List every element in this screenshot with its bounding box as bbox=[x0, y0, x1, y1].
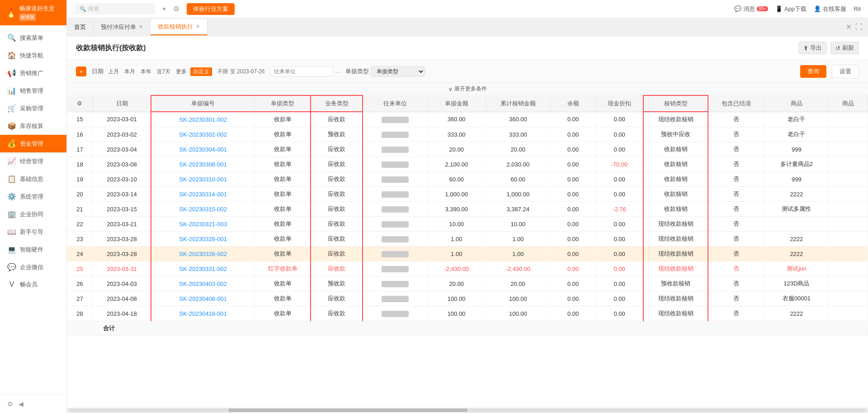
refresh-button[interactable]: ↺ 刷新 bbox=[830, 42, 859, 54]
cell-order-type: 收款单 bbox=[255, 217, 311, 232]
cell-biz-type: 应收款 bbox=[311, 112, 363, 127]
search-placeholder: 搜索 bbox=[88, 5, 99, 13]
cell-order-no-link[interactable]: SK-20230408-001 bbox=[179, 295, 227, 302]
cell-include-settled: 否 bbox=[708, 142, 764, 157]
user-label: Rit bbox=[854, 5, 861, 12]
horizontal-scrollbar[interactable] bbox=[67, 408, 868, 413]
industry-solution-button[interactable]: 体验行业方案 bbox=[187, 3, 235, 15]
sidebar-item-marketing[interactable]: 📢 营销推广 bbox=[0, 64, 66, 82]
sidebar-label-basic: 基础信息 bbox=[20, 175, 43, 183]
cell-order-no-link[interactable]: SK-20230321-003 bbox=[179, 221, 227, 228]
cell-discount: 0.00 bbox=[596, 276, 643, 291]
settings-button[interactable]: 设置 bbox=[832, 65, 859, 78]
cell-order-no-link[interactable]: SK-20230301-002 bbox=[179, 116, 227, 123]
filter-date-custom-btn[interactable]: 自定义 bbox=[190, 67, 212, 76]
tab-receivable[interactable]: 收款核销执行 ✕ bbox=[151, 19, 208, 35]
topbar-search[interactable]: 🔍 搜索 bbox=[74, 3, 156, 14]
cell-order-type: 收款单 bbox=[255, 291, 311, 306]
cell-order-no-link[interactable]: SK-20230314-001 bbox=[179, 191, 227, 198]
sidebar-item-sales[interactable]: 📊 销售管理 bbox=[0, 82, 66, 100]
filter-partner-input[interactable] bbox=[270, 66, 333, 76]
data-table-container[interactable]: ⚙ 日期 单据编号 单据类型 业务类型 往来单位 单据金额 累计核销金额 余额 … bbox=[67, 95, 868, 408]
cell-order-no-link[interactable]: SK-20230328-001 bbox=[179, 236, 227, 242]
sidebar-label-member: 畅会员 bbox=[20, 280, 38, 289]
cell-order-no-link[interactable]: SK-20230304-001 bbox=[179, 146, 227, 153]
cell-date: 2023-03-28 bbox=[93, 247, 151, 261]
home-icon: 🏠 bbox=[7, 51, 16, 60]
sidebar-item-guide[interactable]: 📖 新手引导 bbox=[0, 223, 66, 241]
cell-order-no-link[interactable]: SK-20230331-002 bbox=[179, 266, 227, 272]
th-settings[interactable]: ⚙ bbox=[67, 95, 93, 112]
topbar-app-download[interactable]: 📱 App下载 bbox=[775, 5, 807, 13]
scrollbar-track[interactable] bbox=[69, 408, 866, 412]
cell-cumulative: 360.00 bbox=[486, 112, 550, 127]
sidebar-item-quicknav[interactable]: 🏠 快捷导航 bbox=[0, 47, 66, 64]
tab-maximize-btn[interactable]: ⛶ bbox=[855, 23, 863, 31]
sidebar-item-purchase[interactable]: 🛒 采购管理 bbox=[0, 100, 66, 117]
refresh-label: 刷新 bbox=[842, 44, 854, 52]
sidebar-item-member[interactable]: V 畅会员 bbox=[0, 276, 66, 293]
topbar-user[interactable]: Rit bbox=[854, 5, 861, 12]
tabbar-actions: ✕ ⛶ bbox=[846, 23, 868, 31]
cell-partner bbox=[363, 142, 427, 157]
settings-column-icon[interactable]: ⚙ bbox=[77, 100, 82, 107]
cell-order-no-link[interactable]: SK-20230308-001 bbox=[179, 161, 227, 168]
cell-partner bbox=[363, 291, 427, 306]
filter-date-last-month[interactable]: 上月 bbox=[106, 67, 121, 76]
tab-home[interactable]: 首页 bbox=[67, 19, 94, 35]
export-button[interactable]: ⬆ 导出 bbox=[798, 42, 827, 54]
cell-product2 bbox=[829, 202, 868, 217]
cell-amount: 20.00 bbox=[427, 142, 486, 157]
filter-date-7days[interactable]: 近7天 bbox=[155, 67, 173, 76]
table-row: 252023-03-31SK-20230331-002红字收款单应收款-2,43… bbox=[67, 261, 868, 276]
sidebar-item-search[interactable]: 🔍 搜索菜单 bbox=[0, 29, 66, 47]
export-label: 导出 bbox=[810, 44, 822, 52]
filter-date-this-month[interactable]: 本月 bbox=[123, 67, 137, 76]
cell-order-no-link[interactable]: SK-20230310-001 bbox=[179, 176, 227, 183]
sidebar-item-wechat[interactable]: 💬 企业微信 bbox=[0, 258, 66, 276]
cell-amount: 1.00 bbox=[427, 232, 486, 247]
expand-conditions-button[interactable]: ∨ 展开更多条件 bbox=[448, 85, 487, 93]
sidebar-item-inventory[interactable]: 📦 库存核算 bbox=[0, 117, 66, 135]
filter-partner-dots[interactable]: ··· bbox=[335, 68, 340, 75]
cell-order-no-link[interactable]: SK-20230328-002 bbox=[179, 251, 227, 257]
cell-balance: 0.00 bbox=[550, 172, 595, 187]
filter-order-type-select[interactable]: 单据类型 bbox=[371, 66, 425, 77]
sidebar-item-basic[interactable]: 📋 基础信息 bbox=[0, 170, 66, 188]
tab-receivable-label: 收款核销执行 bbox=[158, 23, 193, 31]
topbar-message[interactable]: 💬 消息 99+ bbox=[734, 5, 768, 13]
tab-payable-close[interactable]: ✕ bbox=[139, 24, 143, 30]
cell-order-no-link[interactable]: SK-20230315-002 bbox=[179, 206, 227, 213]
sidebar-item-operations[interactable]: 📈 经营管理 bbox=[0, 152, 66, 170]
basic-icon: 📋 bbox=[7, 175, 16, 183]
query-button[interactable]: 查询 bbox=[800, 65, 826, 78]
sidebar-collapse-btn[interactable]: ◀ bbox=[19, 400, 24, 408]
tab-close-all-btn[interactable]: ✕ bbox=[846, 23, 852, 31]
filter-expand-button[interactable]: » bbox=[76, 66, 86, 76]
sidebar-item-system[interactable]: ⚙️ 系统管理 bbox=[0, 188, 66, 205]
topbar-dropdown-icon[interactable]: ▾ bbox=[163, 5, 166, 12]
finance-icon: 💰 bbox=[7, 139, 16, 148]
scrollbar-thumb[interactable] bbox=[228, 408, 467, 412]
cell-date: 2023-03-28 bbox=[93, 232, 151, 247]
cell-date: 2023-03-10 bbox=[93, 172, 151, 187]
topbar-settings-icon[interactable]: ⚙ bbox=[173, 5, 179, 13]
message-label: 消息 bbox=[743, 5, 755, 13]
filter-date-this-year[interactable]: 本年 bbox=[139, 67, 153, 76]
cell-discount: 0.00 bbox=[596, 247, 643, 261]
cell-order-no-link[interactable]: SK-20230302-002 bbox=[179, 131, 227, 138]
cell-order-no-link[interactable]: SK-20230418-001 bbox=[179, 310, 227, 317]
th-date: 日期 bbox=[93, 95, 151, 112]
tab-payable[interactable]: 预付冲应付单 ✕ bbox=[94, 19, 151, 35]
table-row: 282023-04-18SK-20230418-001收款单应收款100.001… bbox=[67, 306, 868, 321]
sidebar-item-hardware[interactable]: 💻 智能硬件 bbox=[0, 241, 66, 258]
tab-receivable-close[interactable]: ✕ bbox=[196, 24, 200, 29]
cell-product bbox=[764, 217, 829, 232]
cell-order-no-link[interactable]: SK-20230403-002 bbox=[179, 280, 227, 287]
sidebar-item-corp[interactable]: 🏢 企业协同 bbox=[0, 205, 66, 223]
filter-date-more[interactable]: 更多 bbox=[174, 67, 189, 76]
sidebar-item-finance[interactable]: 💰 资金管理 bbox=[0, 135, 66, 152]
table-row: 182023-03-08SK-20230308-001收款单应收款2,100.0… bbox=[67, 157, 868, 172]
topbar-online-service[interactable]: 👤 在线客服 bbox=[814, 5, 846, 13]
sidebar-settings-btn[interactable]: ⚙ bbox=[7, 400, 13, 408]
